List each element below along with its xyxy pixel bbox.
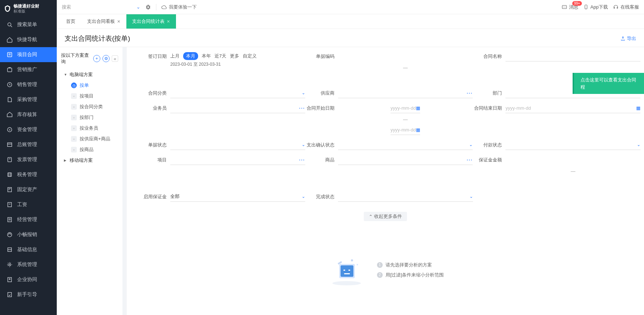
tab[interactable]: 支出合同看板✕ (81, 14, 126, 29)
tab[interactable]: 首页 (60, 14, 81, 29)
nav-item[interactable]: 发票管理 (0, 152, 57, 167)
chevron-down-icon: ▼ (64, 73, 67, 76)
start-date-to[interactable]: yyyy-mm-dd▦ (391, 126, 420, 135)
svg-point-0 (8, 23, 11, 26)
start-date-from[interactable]: yyyy-mm-dd▦ (391, 104, 420, 113)
date-option[interactable]: 近7天 (215, 53, 226, 59)
tree-child[interactable]: ▫按商品 (57, 144, 122, 155)
date-range-display: 2023-03-01 至 2023-03-31 (170, 61, 305, 68)
nav-item[interactable]: 固定资产 (0, 182, 57, 197)
nav-icon (6, 21, 13, 28)
nav-item[interactable]: 基础信息 (0, 242, 57, 257)
svg-point-29 (9, 279, 10, 280)
svg-rect-30 (8, 292, 12, 297)
gear-icon[interactable] (145, 4, 151, 10)
nav-item[interactable]: 新手引导 (0, 287, 57, 302)
supplier-lookup[interactable]: ··· (338, 89, 473, 98)
tree-child-label: 按合同分类 (80, 104, 103, 110)
tree-child[interactable]: ▫按项目 (57, 91, 122, 101)
sales-lookup[interactable]: ··· (170, 104, 305, 113)
nav-item[interactable]: 系统管理 (0, 257, 57, 272)
messages-button[interactable]: 消息 99+ (562, 4, 578, 10)
nav-icon (6, 66, 13, 73)
tree-child[interactable]: ▫按业务员 (57, 123, 122, 134)
brand-subtitle: 标准版 (14, 9, 39, 13)
nav-item[interactable]: ¥资金管理 (0, 122, 57, 137)
filter-form: 签订日期 上月本月本年近7天更多自定义 2023-03-01 至 2023-03… (127, 47, 644, 210)
global-search[interactable]: 搜索 ⌄ (62, 4, 140, 10)
calendar-icon: ▦ (636, 105, 640, 111)
nav-item[interactable]: 税务管理 (0, 167, 57, 182)
collapse-panel-button[interactable]: « (112, 55, 118, 62)
nav-icon (6, 186, 13, 193)
tree-group[interactable]: ▼电脑端方案 (57, 69, 122, 80)
tree-group[interactable]: ▶移动端方案 (57, 155, 122, 166)
category-select[interactable]: ⌄ (170, 89, 305, 98)
nav-icon (6, 141, 13, 148)
download-button[interactable]: App下载 (583, 4, 608, 10)
headset-icon (613, 4, 619, 10)
date-option[interactable]: 自定义 (243, 53, 257, 59)
guide-tip[interactable]: 点击这里可以查看支出合同程 (573, 73, 644, 94)
scheme-settings-button[interactable]: ⚙ (102, 55, 110, 62)
nav-item[interactable]: 小畅报销 (0, 227, 57, 242)
project-lookup[interactable]: ··· (170, 156, 305, 165)
nav-item[interactable]: 经营管理 (0, 212, 57, 227)
nav-item[interactable]: 采购管理 (0, 92, 57, 107)
ellipsis-icon: ··· (467, 157, 473, 162)
range-dash: — (403, 65, 408, 70)
nav-item[interactable]: 工资 (0, 197, 57, 212)
nav-item[interactable]: 搜索菜单 (0, 17, 57, 32)
tree-child[interactable]: ▫按部门 (57, 112, 122, 123)
tree-child-label: 按商品 (80, 146, 94, 153)
complete-status-select[interactable]: ⌄ (338, 192, 473, 202)
date-option[interactable]: 本年 (202, 53, 211, 59)
tree-child[interactable]: ▫按供应商+商品 (57, 134, 122, 144)
tree-child-label: 按部门 (80, 114, 94, 121)
try-experience-button[interactable]: 我要体验一下 (161, 4, 197, 10)
enable-deposit-select[interactable]: 全部⌄ (170, 192, 305, 202)
add-scheme-button[interactable]: + (93, 55, 100, 62)
date-option[interactable]: 更多 (230, 53, 239, 59)
tab-label: 支出合同统计表 (132, 18, 165, 25)
tree-group-label: 电脑端方案 (70, 71, 93, 78)
confirm-status-select[interactable]: ⌄ (338, 141, 473, 150)
service-button[interactable]: 在线客服 (613, 4, 639, 10)
tab[interactable]: 支出合同统计表✕ (126, 14, 176, 29)
nav-item[interactable]: 营销推广 (0, 62, 57, 77)
chevron-down-icon: ⌄ (302, 194, 305, 199)
export-button[interactable]: 导出 (620, 35, 636, 42)
nav-item[interactable]: 销售管理 (0, 77, 57, 92)
sidebar: 畅捷通好业财 标准版 搜索菜单快捷导航项目合同营销推广销售管理采购管理库存核算¥… (0, 0, 57, 315)
close-icon[interactable]: ✕ (167, 19, 170, 24)
pay-status-select[interactable]: ⌄ (505, 141, 640, 150)
tree-child[interactable]: ◷按单 (57, 80, 122, 91)
nav-item[interactable]: 库存核算 (0, 107, 57, 122)
nav-label: 小畅报销 (17, 231, 37, 238)
page-title: 支出合同统计表(按单) (65, 34, 130, 43)
collapse-filters-button[interactable]: ⌃ 收起更多条件 (364, 212, 407, 221)
nav-icon (6, 81, 13, 88)
svg-rect-42 (344, 273, 350, 274)
nav-item[interactable]: 企业协同 (0, 272, 57, 287)
svg-point-43 (351, 259, 353, 261)
date-option[interactable]: 本月 (183, 52, 198, 60)
name-input[interactable] (505, 52, 640, 61)
close-icon[interactable]: ✕ (117, 19, 120, 24)
range-dash: — (403, 117, 408, 122)
nav-item[interactable]: 总账管理 (0, 137, 57, 152)
tree-item-icon: ▫ (71, 125, 77, 131)
date-range-options: 上月本月本年近7天更多自定义 (170, 52, 305, 60)
end-date-from[interactable]: yyyy-mm-dd▦ (505, 104, 640, 113)
main: 搜索 ⌄ 我要体验一下 消息 99+ App下载 在线客服 (57, 0, 644, 315)
order-status-select[interactable]: ⌄ (170, 141, 305, 150)
date-option[interactable]: 上月 (170, 53, 180, 59)
nav-item[interactable]: 快捷导航 (0, 32, 57, 47)
category-label: 合同分类 (137, 89, 170, 96)
nav-label: 经营管理 (17, 216, 37, 223)
complete-status-label: 完成状态 (305, 192, 338, 200)
product-lookup[interactable]: ··· (338, 156, 473, 165)
tree-item-icon: ▫ (71, 93, 77, 99)
tree-child[interactable]: ▫按合同分类 (57, 101, 122, 112)
nav-item[interactable]: 项目合同 (0, 47, 57, 62)
